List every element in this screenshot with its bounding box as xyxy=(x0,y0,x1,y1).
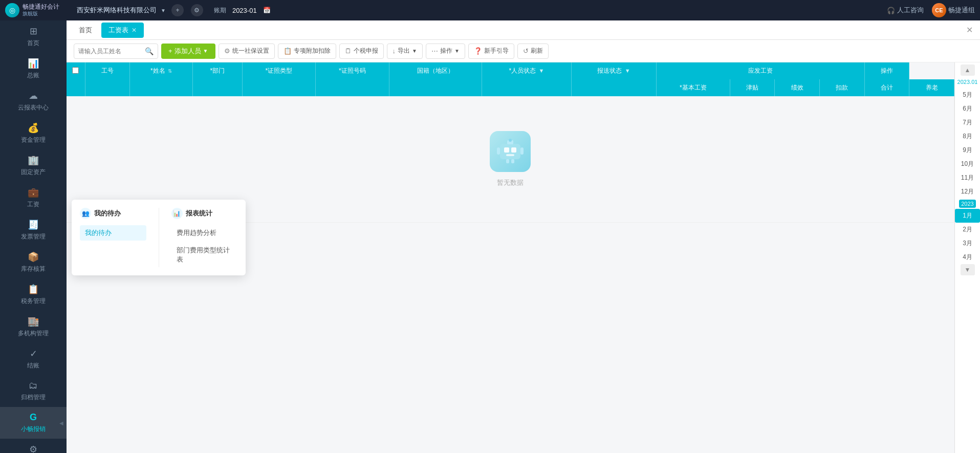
month-item-5[interactable]: 5月 xyxy=(955,88,980,102)
sidebar-label-general: 总账 xyxy=(27,71,39,80)
add-company-button[interactable]: + xyxy=(171,4,184,16)
th-name: *姓名 ⇅ xyxy=(130,62,193,79)
sidebar-item-checkout[interactable]: ✓ 结账 xyxy=(0,343,67,375)
submit-filter-icon[interactable]: ▼ xyxy=(625,68,630,74)
year-2023-label: 2023 xyxy=(959,200,975,208)
salary-icon: 💼 xyxy=(28,187,39,198)
ops-arrow: ▼ xyxy=(454,48,460,54)
svg-rect-1 xyxy=(504,147,509,153)
avatar: CE xyxy=(932,3,946,17)
search-input[interactable] xyxy=(78,48,145,55)
header-right: 🎧 人工咨询 CE 畅捷通组 xyxy=(887,3,975,17)
sidebar-item-cloud-report[interactable]: ☁ 云报表中心 xyxy=(0,85,67,117)
special-deduct-button[interactable]: 📋 专项附加扣除 xyxy=(278,44,336,59)
month-item-10[interactable]: 10月 xyxy=(955,157,980,171)
sidebar-item-fixed-assets[interactable]: 🏢 固定资产 xyxy=(0,149,67,182)
dropdown-item-dept-cost[interactable]: 部门费用类型统计表 xyxy=(171,243,238,267)
search-wrap[interactable]: 🔍 xyxy=(74,44,158,59)
th-nationality: 国籍（地区） xyxy=(389,62,482,79)
fund-icon: 💰 xyxy=(28,122,39,134)
logo-icon: ◎ xyxy=(5,3,19,17)
calendar-icon[interactable]: 📅 xyxy=(263,7,271,14)
add-icon: + xyxy=(168,47,172,55)
cost-trend-label: 费用趋势分析 xyxy=(177,229,216,236)
operations-button[interactable]: ⋯ 操作 ▼ xyxy=(426,44,465,59)
sidebar-item-fund[interactable]: 💰 资金管理 xyxy=(0,117,67,149)
sidebar-item-archive[interactable]: 🗂 归档管理 xyxy=(0,375,67,407)
support-button[interactable]: 🎧 人工咨询 xyxy=(887,6,924,15)
sidebar: ⊞ 首页 📊 总账 ☁ 云报表中心 💰 资金管理 🏢 固定资产 💼 工资 🧾 发… xyxy=(0,20,67,453)
add-person-button[interactable]: + 添加人员 ▼ xyxy=(161,44,215,59)
export-button[interactable]: ↓ 导出 ▼ xyxy=(387,44,423,59)
month-item-7[interactable]: 7月 xyxy=(955,116,980,130)
name-sort-icon[interactable]: ⇅ xyxy=(168,68,172,74)
month-item-12[interactable]: 12月 xyxy=(955,185,980,199)
th-dept: *部门 xyxy=(192,62,242,79)
sidebar-item-tax[interactable]: 📋 税务管理 xyxy=(0,278,67,311)
deduct-icon: 📋 xyxy=(284,47,292,55)
month-item-3[interactable]: 3月 xyxy=(955,236,980,250)
sidebar-item-basic[interactable]: ⚙ 基础设置 xyxy=(0,439,67,453)
checkout-icon: ✓ xyxy=(30,348,37,359)
refresh-button[interactable]: ↺ 刷新 xyxy=(517,44,549,59)
social-icon: ⚙ xyxy=(224,47,230,55)
inventory-icon: 📦 xyxy=(28,251,39,263)
status-filter-icon[interactable]: ▼ xyxy=(539,68,545,74)
month-item-8[interactable]: 8月 xyxy=(955,130,980,143)
tax-icon: 📋 xyxy=(28,284,39,295)
sidebar-item-general[interactable]: 📊 总账 xyxy=(0,53,67,85)
dropdown-item-cost-trend[interactable]: 费用趋势分析 xyxy=(171,225,238,241)
personal-tax-button[interactable]: 🗒 个税申报 xyxy=(339,44,384,59)
th-actions: 操作 xyxy=(864,62,909,79)
sidebar-item-home[interactable]: ⊞ 首页 xyxy=(0,20,67,53)
settings-button[interactable]: ⚙ xyxy=(191,4,203,16)
empty-illustration xyxy=(490,131,531,172)
sidebar-item-inventory[interactable]: 📦 库存核算 xyxy=(0,246,67,278)
sidebar-item-invoice[interactable]: 🧾 发票管理 xyxy=(0,214,67,246)
headset-icon: 🎧 xyxy=(887,7,895,14)
dropdown-section-todo: 👥 我的待办 我的待办 xyxy=(80,208,146,267)
dropdown-item-todo[interactable]: 我的待办 xyxy=(80,225,146,241)
month-item-1[interactable]: 1月 xyxy=(955,209,980,223)
tab-home[interactable]: 首页 xyxy=(72,23,99,38)
new-guide-label: 新手引导 xyxy=(484,47,509,55)
new-guide-button[interactable]: ❓ 新手引导 xyxy=(468,44,514,59)
svg-rect-2 xyxy=(511,147,516,153)
report-title-label: 报表统计 xyxy=(186,209,212,218)
month-item-2[interactable]: 2月 xyxy=(955,223,980,236)
tab-home-label: 首页 xyxy=(79,26,92,35)
month-up-button[interactable]: ▲ xyxy=(961,64,975,76)
todo-title-label: 我的待办 xyxy=(94,209,121,218)
logo-text: 畅捷通好会计 xyxy=(23,3,59,10)
user-area[interactable]: CE 畅捷通组 xyxy=(932,3,975,17)
company-area[interactable]: 西安虾米网络科技有限公司 ▼ + ⚙ 账期 2023-01 📅 xyxy=(77,4,271,16)
th2-empty8 xyxy=(482,79,571,96)
tab-salary[interactable]: 工资表 ✕ xyxy=(101,23,144,38)
month-item-4[interactable]: 4月 xyxy=(955,250,980,264)
sidebar-item-salary[interactable]: 💼 工资 xyxy=(0,182,67,214)
search-icon[interactable]: 🔍 xyxy=(145,47,154,55)
operations-label: 操作 xyxy=(440,47,452,55)
empty-text: 暂无数据 xyxy=(497,178,524,187)
social-security-button[interactable]: ⚙ 统一社保设置 xyxy=(219,44,275,59)
select-all-checkbox[interactable] xyxy=(72,67,79,74)
company-dropdown-arrow[interactable]: ▼ xyxy=(161,8,166,13)
svg-point-9 xyxy=(509,139,512,142)
report-section-title: 📊 报表统计 xyxy=(171,208,238,219)
todo-item-label: 我的待办 xyxy=(85,229,112,236)
th2-pension: 养老 xyxy=(909,79,954,96)
month-item-9[interactable]: 9月 xyxy=(955,143,980,157)
month-down-button[interactable]: ▼ xyxy=(961,264,975,275)
social-security-label: 统一社保设置 xyxy=(232,47,269,55)
month-item-6[interactable]: 6月 xyxy=(955,102,980,116)
th2-allowance: 津贴 xyxy=(730,79,775,96)
sidebar-item-multi-org[interactable]: 🏬 多机构管理 xyxy=(0,311,67,343)
th-id-type: *证照类型 xyxy=(242,62,316,79)
tab-close-button[interactable]: ✕ xyxy=(132,27,137,34)
window-close-button[interactable]: ✕ xyxy=(964,23,975,37)
month-item-11[interactable]: 11月 xyxy=(955,171,980,185)
sidebar-label-cloud: 云报表中心 xyxy=(18,103,49,112)
logo-sub: 旗舰版 xyxy=(23,10,59,17)
tab-salary-label: 工资表 xyxy=(108,26,128,35)
sidebar-item-xiaochang[interactable]: G 小畅报销 ◀ xyxy=(0,407,67,439)
